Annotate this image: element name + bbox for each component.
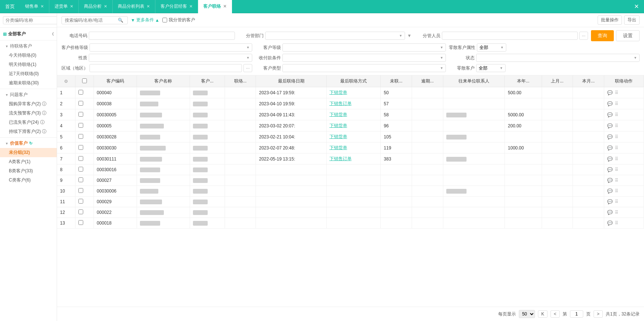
col-last-month[interactable]: 上月... (542, 75, 573, 87)
menu-icon[interactable]: ⠿ (615, 134, 618, 140)
row-last-method[interactable] (326, 165, 381, 175)
menu-icon[interactable]: ⠿ (615, 90, 618, 95)
close-icon[interactable]: ✕ (41, 4, 44, 9)
filter-search-icon[interactable]: 🔍 (118, 18, 123, 23)
row-last-method[interactable]: 下销货单 (326, 120, 381, 131)
row-last-method[interactable]: 下销货单 (326, 131, 381, 142)
menu-icon[interactable]: ⠿ (615, 221, 618, 226)
col-last-date[interactable]: 最后联络日期 (256, 75, 326, 87)
chat-icon[interactable]: 💬 (607, 156, 613, 162)
menu-icon[interactable]: ⠿ (615, 167, 618, 172)
chat-icon[interactable]: 💬 (607, 90, 613, 95)
col-checkbox[interactable] (75, 75, 94, 87)
row-last-method[interactable]: 下销货单 (326, 109, 381, 120)
chat-icon[interactable]: 💬 (607, 134, 613, 140)
menu-icon[interactable]: ⠿ (615, 156, 618, 162)
row-last-method[interactable]: 下销货单 (326, 87, 381, 98)
export-button[interactable]: 导出 (624, 15, 640, 25)
row-checkbox[interactable] (75, 109, 94, 120)
select-all-checkbox[interactable] (82, 78, 87, 83)
menu-icon[interactable]: ⠿ (615, 101, 618, 106)
dept-select[interactable] (265, 32, 404, 39)
sidebar-item-today[interactable]: 今天待联络(0) (0, 51, 57, 60)
sidebar-group-problem[interactable]: ▼ 问题客户 (0, 90, 57, 99)
tab-sales[interactable]: 销售单 ✕ (20, 0, 49, 13)
chat-icon[interactable]: 💬 (607, 178, 613, 183)
menu-icon[interactable]: ⠿ (615, 199, 618, 204)
close-icon[interactable]: ✕ (104, 4, 107, 9)
menu-icon[interactable]: ⠿ (615, 178, 618, 183)
chat-icon[interactable]: 💬 (607, 221, 613, 226)
close-icon[interactable]: ✕ (147, 4, 150, 9)
row-checkbox[interactable] (75, 131, 94, 142)
col-customer-x[interactable]: 客户... (190, 75, 225, 87)
refresh-icon[interactable]: ↻ (29, 141, 32, 146)
cust-type-select[interactable] (283, 64, 446, 72)
sidebar-all-customers[interactable]: ⊞ 全部客户 《 (0, 29, 57, 39)
batch-ops-button[interactable]: 批量操作 (598, 15, 622, 25)
chat-icon[interactable]: 💬 (607, 145, 613, 151)
sidebar-group-value[interactable]: ▼ 价值客户 ↻ (0, 139, 57, 148)
chat-icon[interactable]: 💬 (607, 167, 613, 172)
row-last-method[interactable] (326, 207, 381, 218)
payment-select[interactable] (283, 54, 446, 61)
row-checkbox[interactable] (75, 175, 94, 186)
per-page-select[interactable]: 50 (519, 310, 535, 318)
chat-icon[interactable]: 💬 (607, 123, 613, 128)
row-checkbox[interactable] (75, 218, 94, 229)
tab-home[interactable]: 首页 (0, 3, 20, 10)
col-contact-x[interactable]: 联络... (225, 75, 256, 87)
chat-icon[interactable]: 💬 (607, 101, 613, 106)
menu-icon[interactable]: ⠿ (615, 145, 618, 151)
row-last-method[interactable]: 下销售订单 (326, 154, 381, 165)
sidebar-group-pending[interactable]: ▼ 待联络客户 (0, 42, 57, 51)
next-page-btn[interactable]: > (594, 310, 603, 318)
filter-search-input[interactable] (65, 18, 116, 23)
chat-icon[interactable]: 💬 (607, 199, 613, 204)
sidebar-item-overdue[interactable]: 逾期未联络(30) (0, 78, 57, 88)
sidebar-item-churn-warning[interactable]: 流失预警客户(3) ⓘ (0, 109, 57, 118)
row-checkbox[interactable] (75, 98, 94, 109)
col-this-year[interactable]: 本年... (505, 75, 542, 87)
chat-icon[interactable]: 💬 (607, 210, 613, 215)
first-page-btn[interactable]: K (538, 310, 548, 318)
sidebar-item-a-class[interactable]: A类客户(1) (0, 157, 57, 166)
page-input[interactable] (570, 310, 583, 318)
row-checkbox[interactable] (75, 142, 94, 154)
tab-purchase[interactable]: 进货单 ✕ (49, 0, 79, 13)
row-checkbox[interactable] (75, 207, 94, 218)
menu-icon[interactable]: ⠿ (615, 188, 618, 194)
status-select[interactable] (476, 54, 639, 61)
phone-input[interactable] (89, 32, 235, 40)
col-unit-contact[interactable]: 往来单位联系人 (443, 75, 505, 87)
tab-product-list[interactable]: 商品分析列表 ✕ (113, 0, 155, 13)
row-checkbox[interactable] (75, 197, 94, 207)
cust-level-select[interactable] (283, 44, 446, 51)
tab-customer-contact[interactable]: 客户联络 ✕ (198, 0, 232, 13)
close-icon[interactable]: ✕ (189, 4, 193, 9)
sidebar-item-b-class[interactable]: B类客户(33) (0, 166, 57, 176)
row-checkbox[interactable] (75, 154, 94, 165)
menu-icon[interactable]: ⠿ (615, 112, 618, 117)
reset-button[interactable]: 设置 (616, 30, 640, 41)
row-last-method[interactable] (326, 218, 381, 229)
tab-product-analysis[interactable]: 商品分析 ✕ (79, 0, 113, 13)
staff-input[interactable] (442, 32, 578, 40)
col-overdue[interactable]: 逾期... (412, 75, 443, 87)
menu-icon[interactable]: ⠿ (615, 123, 618, 128)
sidebar-item-c-class[interactable]: C类客户(6) (0, 176, 57, 185)
row-checkbox[interactable] (75, 165, 94, 175)
row-checkbox[interactable] (75, 120, 94, 131)
row-checkbox[interactable] (75, 186, 94, 197)
filter-more-btn[interactable]: ▼ 更多条件 ▲ (131, 17, 159, 23)
row-checkbox[interactable] (75, 87, 94, 98)
nature-select[interactable] (89, 54, 252, 61)
sidebar-item-ungrouped[interactable]: 未分组(32) (0, 148, 57, 157)
sidebar-search-input[interactable] (3, 16, 57, 24)
close-icon[interactable]: ✕ (70, 4, 73, 9)
col-this-month[interactable]: 本月... (573, 75, 604, 87)
row-last-method[interactable]: 下销售订单 (326, 98, 381, 109)
col-settings[interactable]: ⚙ (57, 75, 75, 87)
chat-icon[interactable]: 💬 (607, 188, 613, 194)
region-more-btn[interactable]: ··· (243, 64, 252, 72)
